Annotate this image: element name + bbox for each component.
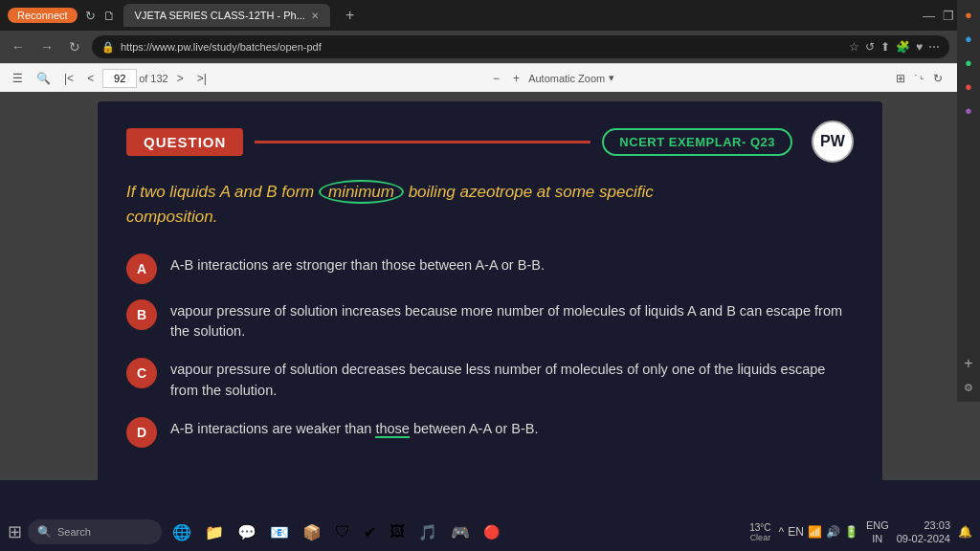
badge-line [255, 141, 590, 143]
sidebar-icon-4[interactable]: ● [965, 92, 972, 94]
taskbar-shield-icon[interactable]: 🛡 [330, 520, 355, 543]
taskbar-apps: 🌐 📁 💬 📧 📦 🛡 ✔ 🖼 🎵 🎮 🔴 [167, 520, 504, 544]
page-number-area: of 132 [102, 69, 168, 88]
option-a-circle: A [126, 253, 157, 284]
maximize-button[interactable]: ❐ [943, 9, 954, 23]
zoom-dropdown-icon[interactable]: ▾ [609, 72, 614, 84]
history-icon[interactable]: ↺ [865, 40, 875, 54]
option-d: D A-B interactions are weaker than those… [126, 415, 854, 448]
forward-button[interactable]: → [36, 37, 57, 56]
option-c: C vapour pressure of solution decreases … [126, 356, 854, 402]
pdf-menu-button[interactable]: ☰ [8, 70, 28, 87]
lang-region: IN [866, 532, 889, 545]
temperature-label: 13°C [749, 522, 770, 533]
those-word: those [375, 421, 409, 438]
minimum-word: minimum [319, 180, 404, 204]
option-d-text: A-B interactions are weaker than those b… [170, 415, 538, 440]
refresh-button[interactable]: ↻ [65, 37, 84, 56]
star-icon[interactable]: ☆ [849, 40, 859, 54]
tray-lang-icon[interactable]: EN [788, 525, 804, 539]
extensions-icon[interactable]: 🧩 [896, 40, 910, 54]
taskbar-search-icon: 🔍 [37, 525, 52, 539]
taskbar-red-icon[interactable]: 🔴 [479, 521, 504, 542]
url-bar[interactable]: 🔒 https://www.pw.live/study/batches/open… [92, 35, 949, 58]
new-tab-button[interactable]: + [338, 3, 362, 28]
weather-widget: 13°C Clear [749, 522, 770, 542]
rotate-button[interactable]: ↻ [928, 70, 947, 87]
question-header: QUESTION NCERT EXEMPLAR- Q23 PW [126, 121, 854, 163]
first-page-button[interactable]: |< [59, 70, 78, 87]
last-page-button[interactable]: >| [192, 70, 212, 87]
option-d-circle: D [126, 417, 157, 448]
lang-code: ENG [866, 518, 889, 532]
option-b-circle: B [126, 299, 157, 330]
page-number-input[interactable] [102, 69, 137, 88]
browser-window: Reconnect ↻ 🗋 VJETA SERIES CLASS-12TH - … [0, 0, 980, 551]
language-indicator: ENG IN [866, 518, 889, 546]
fit-options: · ⌞ [914, 70, 924, 87]
option-c-circle: C [126, 358, 157, 388]
taskbar-right: 13°C Clear ^ EN 📶 🔊 🔋 ENG IN 23:03 09-02… [749, 518, 972, 546]
taskbar-edge-icon[interactable]: 🌐 [167, 520, 196, 544]
tray-battery-icon[interactable]: 🔋 [844, 525, 858, 539]
prev-page-button[interactable]: < [82, 70, 99, 87]
pdf-toolbar: ☰ 🔍 |< < of 132 > >| − + Automatic Zoom … [0, 63, 980, 92]
ncert-badge: NCERT EXEMPLAR- Q23 [602, 128, 792, 156]
taskbar-search-bar[interactable]: 🔍 Search [28, 519, 162, 544]
active-tab[interactable]: VJETA SERIES CLASS-12TH - Ph... ✕ [123, 4, 330, 27]
tray-wifi-icon[interactable]: 📶 [808, 525, 822, 539]
tab-reload-icon[interactable]: ↻ [85, 9, 96, 23]
reconnect-button[interactable]: Reconnect [8, 8, 78, 23]
option-c-text: vapour pressure of solution decreases be… [170, 356, 854, 402]
more-icon[interactable]: ⋯ [928, 40, 940, 54]
taskbar-music-icon[interactable]: 🎵 [413, 520, 442, 544]
back-button[interactable]: ← [8, 37, 29, 56]
sidebar-settings-icon[interactable]: ⚙ [964, 382, 973, 394]
fit-page-button[interactable]: ⊞ [891, 70, 910, 87]
heart-icon[interactable]: ♥ [916, 40, 923, 54]
share-icon[interactable]: ⬆ [880, 40, 890, 54]
url-text: https://www.pw.live/study/batches/open-p… [121, 41, 322, 53]
sidebar-icon-5[interactable]: ● [965, 103, 972, 118]
clock-area[interactable]: 23:03 09-02-2024 [897, 518, 950, 546]
tab-label: VJETA SERIES CLASS-12TH - Ph... [135, 10, 305, 21]
start-button[interactable]: ⊞ [8, 521, 22, 542]
taskbar-store-icon[interactable]: 📦 [298, 520, 326, 544]
pdf-page: QUESTION NCERT EXEMPLAR- Q23 PW If two l… [98, 101, 882, 480]
weather-condition: Clear [750, 533, 771, 542]
taskbar-game-icon[interactable]: 🎮 [446, 520, 475, 544]
notification-button[interactable]: 🔔 [958, 525, 972, 539]
taskbar-chat-icon[interactable]: 💬 [233, 520, 261, 544]
taskbar: ⊞ 🔍 Search 🌐 📁 💬 📧 📦 🛡 ✔ 🖼 🎵 🎮 🔴 13°C Cl… [0, 513, 980, 551]
zoom-control: − + Automatic Zoom ▾ [488, 70, 614, 87]
and-word: and [234, 183, 261, 201]
pdf-content-area: QUESTION NCERT EXEMPLAR- Q23 PW If two l… [0, 92, 980, 480]
tray-volume-icon[interactable]: 🔊 [826, 525, 840, 539]
option-a: A A-B interactions are stronger than tho… [126, 252, 854, 284]
lock-icon: 🔒 [101, 41, 115, 54]
zoom-label[interactable]: Automatic Zoom [528, 73, 605, 84]
taskbar-mail-icon[interactable]: 📧 [265, 520, 294, 544]
question-text: If two liquids A and B form minimum boil… [126, 180, 854, 231]
sidebar-add-icon[interactable]: + [964, 355, 972, 372]
option-b: B vapour pressure of solution increases … [126, 298, 854, 343]
question-badge: QUESTION [126, 128, 243, 156]
options-list: A A-B interactions are stronger than tho… [126, 252, 854, 448]
option-b-text: vapour pressure of solution increases be… [170, 298, 854, 343]
taskbar-gallery-icon[interactable]: 🖼 [385, 520, 410, 543]
page-total-label: of 132 [139, 73, 168, 84]
zoom-in-button[interactable]: + [508, 70, 524, 87]
next-page-button[interactable]: > [172, 70, 189, 87]
taskbar-check-icon[interactable]: ✔ [359, 520, 381, 544]
minimize-button[interactable]: — [923, 9, 935, 23]
option-a-text: A-B interactions are stronger than those… [170, 252, 545, 276]
tab-icon: 🗋 [103, 9, 116, 23]
time-display: 23:03 [897, 518, 950, 532]
system-tray: ^ EN 📶 🔊 🔋 [779, 525, 858, 539]
tray-chevron[interactable]: ^ [779, 525, 785, 539]
pdf-search-button[interactable]: 🔍 [32, 70, 56, 87]
tab-close-icon[interactable]: ✕ [311, 11, 319, 21]
zoom-out-button[interactable]: − [488, 70, 504, 87]
date-display: 09-02-2024 [897, 532, 950, 545]
taskbar-files-icon[interactable]: 📁 [200, 520, 229, 544]
